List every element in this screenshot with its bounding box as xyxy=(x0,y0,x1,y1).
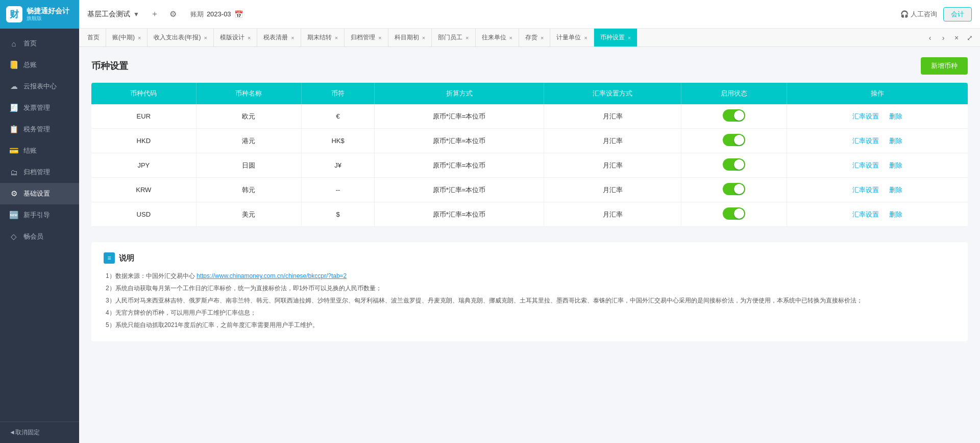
cell-code: USD xyxy=(91,202,196,227)
cell-status xyxy=(681,178,787,202)
period-label: 账期 xyxy=(190,10,204,19)
table-row: JPY 日圆 J¥ 原币*汇率=本位币 月汇率 汇率设置 删除 xyxy=(91,153,968,178)
delete-btn-eur[interactable]: 删除 xyxy=(889,112,902,120)
notes-section: ≡ 说明 1）数据来源：中国外汇交易中心 https://www.chinamo… xyxy=(91,242,968,341)
cell-rate-method: 月汇率 xyxy=(544,178,681,202)
sidebar-pin-toggle[interactable]: ◄取消固定 xyxy=(0,422,79,443)
tab-controls: ‹ › × ⤢ xyxy=(924,32,978,44)
tab-close-icon[interactable]: × xyxy=(204,35,207,41)
rate-setting-btn-hkd[interactable]: 汇率设置 xyxy=(852,137,879,145)
tab-close-icon[interactable]: × xyxy=(248,35,251,41)
tab-label: 计量单位 xyxy=(556,33,581,42)
tab-label: 往来单位 xyxy=(482,33,506,42)
top-bar-actions: ＋ ⚙ xyxy=(148,7,180,21)
tab-bar: 首页 账(中期) × 收入支出表(年报) × 模版设计 × 税表清册 × 期末结… xyxy=(79,29,980,47)
delete-btn-krw[interactable]: 删除 xyxy=(889,186,902,194)
tab-income[interactable]: 收入支出表(年报) × xyxy=(148,29,213,47)
table-header-row: 币种代码 币种名称 币符 折算方式 汇率设置方式 启用状态 操作 xyxy=(91,83,968,104)
rate-setting-btn-jpy[interactable]: 汇率设置 xyxy=(852,161,879,169)
tax-icon: 📋 xyxy=(9,125,18,134)
tab-department[interactable]: 部门员工 × xyxy=(432,29,475,47)
status-toggle-eur[interactable] xyxy=(723,109,745,122)
tab-close-icon[interactable]: × xyxy=(509,35,512,41)
sidebar-item-label: 畅会员 xyxy=(23,232,43,241)
sidebar-item-tax[interactable]: 📋 税务管理 xyxy=(0,119,79,140)
home-icon: ⌂ xyxy=(9,39,18,48)
cell-name: 港元 xyxy=(196,129,301,153)
add-workspace-btn[interactable]: ＋ xyxy=(148,7,162,21)
tab-label: 收入支出表(年报) xyxy=(154,33,201,42)
sidebar-item-checkout[interactable]: 💳 结账 xyxy=(0,140,79,161)
main-area: 基层工会测试 ▼ ＋ ⚙ 账期 2023-03 📅 🎧 人工咨询 会计 首页 账… xyxy=(79,0,980,443)
status-toggle-usd[interactable] xyxy=(723,207,745,220)
sidebar-item-home[interactable]: ⌂ 首页 xyxy=(0,33,79,54)
sidebar-nav: ⌂ 首页 📒 总账 ☁ 云报表中心 🧾 发票管理 📋 税务管理 💳 结账 🗂 归… xyxy=(0,29,79,422)
new-currency-btn[interactable]: 新增币种 xyxy=(921,57,968,75)
tab-close-icon[interactable]: × xyxy=(335,35,338,41)
tab-maximize-btn[interactable]: ⤢ xyxy=(964,32,976,44)
rate-setting-btn-usd[interactable]: 汇率设置 xyxy=(852,211,879,218)
tab-tax[interactable]: 税表清册 × xyxy=(257,29,301,47)
cell-calc: 原币*汇率=本位币 xyxy=(375,153,544,178)
settings-btn[interactable]: ⚙ xyxy=(166,7,180,21)
tab-close-icon[interactable]: × xyxy=(138,35,141,41)
cell-status xyxy=(681,202,787,227)
delete-btn-jpy[interactable]: 删除 xyxy=(889,161,902,169)
cell-actions: 汇率设置 删除 xyxy=(787,202,968,227)
account-btn[interactable]: 会计 xyxy=(943,7,972,21)
status-toggle-hkd[interactable] xyxy=(723,134,745,146)
sidebar-item-invoice[interactable]: 🧾 发票管理 xyxy=(0,97,79,119)
tab-close-icon[interactable]: × xyxy=(541,35,544,41)
sidebar-item-label: 发票管理 xyxy=(23,103,50,112)
status-toggle-jpy[interactable] xyxy=(723,158,745,171)
tab-close-all-btn[interactable]: × xyxy=(950,32,963,44)
calendar-icon[interactable]: 📅 xyxy=(234,10,243,18)
rate-setting-btn-eur[interactable]: 汇率设置 xyxy=(852,112,879,120)
delete-btn-hkd[interactable]: 删除 xyxy=(889,137,902,145)
tab-close-icon[interactable]: × xyxy=(465,35,469,41)
tab-subjects[interactable]: 科目期初 × xyxy=(388,29,432,47)
sidebar-item-ledger[interactable]: 📒 总账 xyxy=(0,54,79,76)
sidebar-item-archive[interactable]: 🗂 归档管理 xyxy=(0,161,79,183)
tab-label: 首页 xyxy=(87,33,100,42)
tab-inventory[interactable]: 存货 × xyxy=(519,29,550,47)
tab-prev-btn[interactable]: ‹ xyxy=(924,32,936,44)
cell-rate-method: 月汇率 xyxy=(544,202,681,227)
status-toggle-krw[interactable] xyxy=(723,183,745,195)
col-symbol: 币符 xyxy=(301,83,374,104)
tab-close-icon[interactable]: × xyxy=(628,35,631,41)
tab-period[interactable]: 账(中期) × xyxy=(106,29,148,47)
tab-units[interactable]: 往来单位 × xyxy=(476,29,519,47)
sidebar-item-guide[interactable]: 🆕 新手引导 xyxy=(0,204,79,226)
cell-calc: 原币*汇率=本位币 xyxy=(375,104,544,129)
archive-icon: 🗂 xyxy=(9,168,18,177)
notes-title: ≡ 说明 xyxy=(104,252,955,264)
logo-text-container: 畅捷通好会计 旗舰版 xyxy=(27,7,69,22)
help-btn[interactable]: 🎧 人工咨询 xyxy=(900,10,937,19)
tab-close-icon[interactable]: × xyxy=(291,35,294,41)
sidebar-item-reports[interactable]: ☁ 云报表中心 xyxy=(0,76,79,97)
tab-period-end[interactable]: 期末结转 × xyxy=(301,29,345,47)
sidebar-item-settings[interactable]: ⚙ 基础设置 xyxy=(0,183,79,204)
tab-close-icon[interactable]: × xyxy=(378,35,381,41)
tab-next-btn[interactable]: › xyxy=(937,32,949,44)
cell-code: EUR xyxy=(91,104,196,129)
rate-setting-btn-krw[interactable]: 汇率设置 xyxy=(852,186,879,194)
cell-rate-method: 月汇率 xyxy=(544,153,681,178)
delete-btn-usd[interactable]: 删除 xyxy=(889,211,902,218)
tab-currency[interactable]: 币种设置 × xyxy=(594,29,638,47)
col-rate-method: 汇率设置方式 xyxy=(544,83,681,104)
notes-link[interactable]: https://www.chinamoney.com.cn/chinese/bk… xyxy=(197,272,347,279)
tab-archive[interactable]: 归档管理 × xyxy=(345,29,388,47)
tab-measure[interactable]: 计量单位 × xyxy=(550,29,594,47)
tab-label: 模版设计 xyxy=(220,33,244,42)
tab-home[interactable]: 首页 xyxy=(81,29,106,47)
cell-rate-method: 月汇率 xyxy=(544,104,681,129)
tab-close-icon[interactable]: × xyxy=(584,35,587,41)
tab-close-icon[interactable]: × xyxy=(422,35,425,41)
top-bar-right: 🎧 人工咨询 会计 xyxy=(900,7,972,21)
sidebar-item-member[interactable]: ◇ 畅会员 xyxy=(0,226,79,247)
workspace-selector[interactable]: 基层工会测试 ▼ xyxy=(87,10,139,19)
tab-template[interactable]: 模版设计 × xyxy=(214,29,257,47)
tab-label: 存货 xyxy=(525,33,537,42)
